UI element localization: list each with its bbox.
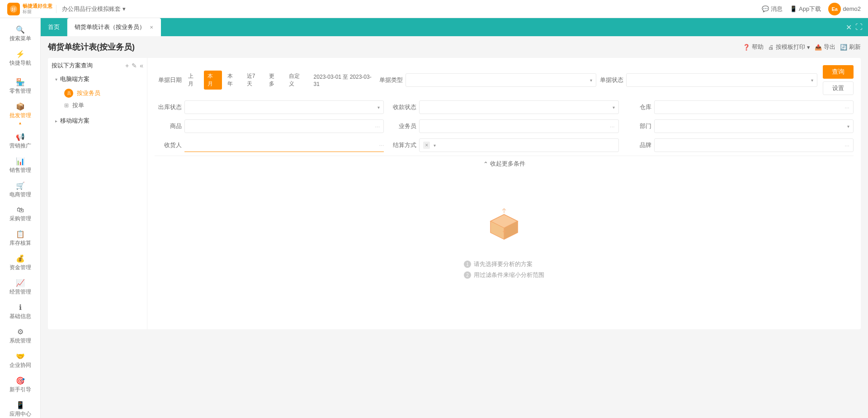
sidebar-item-retail[interactable]: 🏪 零售管理: [0, 74, 40, 99]
sidebar-item-purchase[interactable]: 🛍 采购管理: [0, 202, 40, 226]
help-label: 帮助: [752, 43, 764, 51]
tab-close-action[interactable]: ✕: [846, 23, 852, 32]
salesperson-label: 业务员: [389, 122, 416, 130]
status-arrow: ▾: [811, 78, 813, 83]
logo-icon: 好: [7, 3, 20, 15]
sidebar-item-finance[interactable]: 💰 资金管理: [0, 251, 40, 275]
sidebar-item-search[interactable]: 🔍 搜索菜单: [0, 22, 40, 46]
setting-btn[interactable]: 设置: [823, 81, 854, 95]
inventory-icon: 📋: [16, 230, 25, 238]
empty-tip-1-text: 请先选择要分析的方案: [474, 260, 533, 268]
app-selector[interactable]: 办公用品行业模拟账套 ▾: [56, 5, 126, 13]
payment-status-select[interactable]: ▾: [419, 100, 618, 114]
receiver-dots: ···: [379, 142, 384, 148]
tree-mobile-section: ▸ 移动端方案: [52, 115, 143, 127]
sidebar-label-finance: 资金管理: [9, 264, 31, 271]
receiver-input[interactable]: ···: [184, 138, 384, 152]
main-layout: 🔍 搜索菜单 ⚡ 快捷导航 🏪 零售管理 📦 批发管理 ▴ 📢 营销推广 📊 销…: [0, 18, 868, 418]
sidebar-label-search: 搜索菜单: [9, 35, 31, 43]
user-area[interactable]: Ea demo2: [828, 3, 861, 15]
tree-plan-salesperson[interactable]: 员 按业务员: [52, 87, 143, 100]
query-btn[interactable]: 查询: [823, 65, 854, 79]
filter-department: 部门 ▾: [624, 119, 854, 133]
sidebar-item-ecommerce[interactable]: 🛒 电商管理: [0, 178, 40, 202]
app-download-btn[interactable]: 📱 App下载: [790, 5, 821, 13]
type-label: 单据类型: [376, 76, 403, 84]
date-tab-more[interactable]: 更多: [265, 71, 283, 90]
sidebar-item-basic[interactable]: ℹ 基础信息: [0, 299, 40, 324]
sidebar-item-operation[interactable]: 📈 经营管理: [0, 275, 40, 299]
sidebar-item-quicknav[interactable]: ⚡ 快捷导航: [0, 46, 40, 71]
empty-illustration: ✦: [481, 208, 527, 253]
message-btn[interactable]: 💬 消息: [762, 5, 783, 13]
print-label: 按模板打印: [776, 43, 805, 51]
sidebar-item-wholesale[interactable]: 📦 批发管理 ▴: [0, 99, 40, 129]
guide-icon: 🎯: [16, 376, 25, 385]
logo-text: 畅捷通好生意: [23, 3, 52, 9]
sidebar-item-inventory[interactable]: 📋 库存核算: [0, 226, 40, 251]
add-plan-btn[interactable]: +: [125, 62, 129, 69]
tab-close-btn[interactable]: ✕: [150, 25, 153, 30]
collapse-panel-btn[interactable]: «: [140, 62, 143, 69]
type-select[interactable]: ▾: [406, 73, 597, 87]
payment-method-clear[interactable]: ×: [425, 142, 428, 148]
svg-text:✦: ✦: [502, 228, 507, 235]
tab-expand-action[interactable]: ⛶: [855, 23, 863, 31]
sidebar-label-wholesale: 批发管理: [9, 112, 31, 119]
filter-delivery: 出库状态 ▾: [155, 100, 384, 114]
brand-dots: ···: [844, 142, 849, 149]
payment-method-select[interactable]: × ▾: [419, 138, 618, 152]
date-tab-thismonth[interactable]: 本月: [204, 71, 222, 90]
top-bar-left: 好 畅捷通好生意 标腿 办公用品行业模拟账套 ▾: [7, 3, 126, 15]
goods-input[interactable]: ···: [184, 119, 384, 133]
salesperson-input[interactable]: ···: [419, 119, 618, 133]
warehouse-input[interactable]: ···: [654, 100, 854, 114]
tab-home[interactable]: 首页: [41, 18, 67, 36]
date-tab-custom[interactable]: 自定义: [285, 71, 308, 90]
goods-label: 商品: [155, 122, 182, 130]
empty-tip-2-text: 用过滤条件来缩小分析范围: [474, 271, 544, 279]
delivery-label: 出库状态: [155, 103, 182, 111]
sidebar-item-guide[interactable]: 🎯 新手引导: [0, 373, 40, 397]
sidebar-label-ecommerce: 电商管理: [9, 191, 31, 199]
filter-type: 单据类型 ▾: [376, 73, 597, 87]
print-btn[interactable]: 🖨 按模板打印 ▾: [768, 43, 810, 51]
refresh-btn[interactable]: 🔄 刷新: [840, 43, 861, 51]
sidebar-item-sales[interactable]: 📊 销售管理: [0, 153, 40, 178]
collapse-btn[interactable]: ⌃ 收起更多条件: [483, 160, 525, 168]
sidebar-label-inventory: 库存核算: [9, 239, 31, 247]
filter-date: 单据日期 上月 本月 本年 近7天 更多 自定义 2023-03-01 至 20…: [155, 71, 376, 90]
help-btn[interactable]: ❓ 帮助: [743, 43, 764, 51]
empty-tip-2: 2 用过滤条件来缩小分析范围: [464, 271, 544, 279]
edit-plan-btn[interactable]: ✎: [132, 62, 137, 69]
quicknav-icon: ⚡: [16, 50, 25, 58]
left-panel-icons: + ✎ «: [125, 62, 143, 69]
status-select[interactable]: ▾: [626, 73, 817, 87]
sidebar-item-system[interactable]: ⚙ 系统管理: [0, 324, 40, 348]
tree-pc-text: 电脑端方案: [60, 75, 90, 83]
sidebar-item-marketing[interactable]: 📢 营销推广: [0, 129, 40, 153]
tree-expand-icon: ▾: [55, 77, 57, 82]
message-icon: 💬: [762, 5, 769, 12]
department-select[interactable]: ▾: [654, 119, 854, 133]
order-grid-icon: ⊞: [64, 102, 69, 109]
export-btn[interactable]: 📤 导出: [815, 43, 835, 51]
message-label: 消息: [771, 5, 783, 13]
sidebar-label-basic: 基础信息: [9, 313, 31, 320]
tree-pc-label: ▾ 电脑端方案: [52, 73, 143, 85]
sidebar-label-sales: 销售管理: [9, 166, 31, 174]
date-tab-7days[interactable]: 近7天: [243, 71, 264, 90]
date-tab-thisyear[interactable]: 本年: [224, 71, 241, 90]
tab-active[interactable]: 销货单统计表（按业务员） ✕: [67, 18, 161, 36]
warehouse-label: 仓库: [624, 103, 651, 111]
payment-status-label: 收款状态: [389, 103, 416, 111]
sidebar-item-enterprise[interactable]: 🤝 企业协同: [0, 348, 40, 373]
sidebar-item-appcenter[interactable]: 📱 应用中心: [0, 397, 40, 418]
sidebar-label-retail: 零售管理: [9, 87, 31, 95]
brand-input[interactable]: ···: [654, 138, 854, 152]
tree-plan-order[interactable]: ⊞ 按单: [52, 100, 143, 111]
operation-icon: 📈: [16, 279, 25, 287]
date-tab-lastmonth[interactable]: 上月: [184, 71, 202, 90]
wholesale-arrow: ▴: [19, 120, 21, 125]
delivery-select[interactable]: ▾: [184, 100, 384, 114]
